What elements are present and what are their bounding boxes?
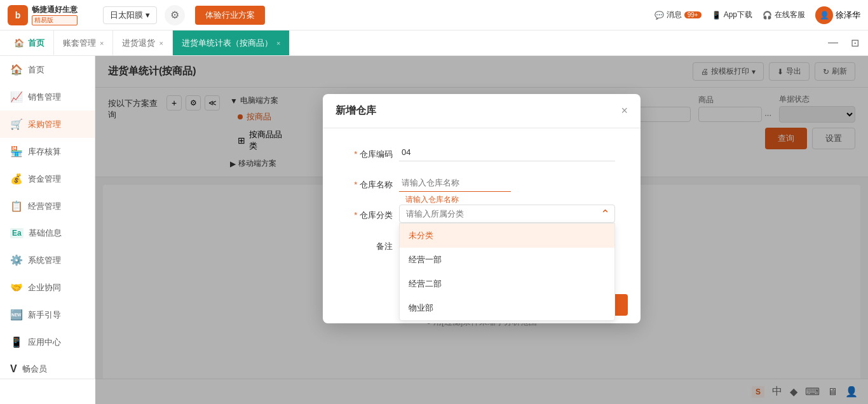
sidebar-item-home[interactable]: 🏠 首页 xyxy=(0,56,95,83)
code-field-row: 仓库编码 xyxy=(348,144,615,161)
name-error-message: 请输入仓库名称 xyxy=(405,194,459,205)
code-input[interactable] xyxy=(399,144,615,161)
dialog-close-button[interactable]: × xyxy=(621,104,628,118)
category-select-wrapper: ⌃ 未分类 经营一部 经营二部 物业部 xyxy=(399,205,615,223)
dialog-title: 新增仓库 xyxy=(336,104,376,118)
tab-purchase-return[interactable]: 进货退货 × xyxy=(113,30,172,55)
chevron-down-icon: ▾ xyxy=(146,10,150,20)
name-label: 仓库名称 xyxy=(348,174,399,191)
sidebar-item-sales[interactable]: 📈 销售管理 xyxy=(0,83,95,111)
logo-area: b 畅捷通好生意 精易版 xyxy=(8,4,103,25)
apps-icon: 📱 xyxy=(10,336,23,348)
online-service-button[interactable]: 🎧 在线客服 xyxy=(763,10,805,20)
sidebar-item-enterprise[interactable]: 🤝 企业协同 xyxy=(0,274,95,301)
dropdown-item-uncategorized[interactable]: 未分类 xyxy=(400,224,614,248)
home-icon: 🏠 xyxy=(14,38,24,48)
chevron-up-icon[interactable]: ⌃ xyxy=(600,207,610,221)
enterprise-icon: 🤝 xyxy=(10,281,23,293)
sidebar-item-inventory[interactable]: 🏪 库存核算 xyxy=(0,138,95,165)
dropdown-item-dept2[interactable]: 经营二部 xyxy=(400,272,614,296)
app-download-button[interactable]: 📱 App下载 xyxy=(712,10,752,20)
tab-purchase-stats[interactable]: 进货单统计表（按商品） × xyxy=(173,30,290,55)
operation-icon: 📋 xyxy=(10,200,23,212)
content-area: 进货单统计(按商品) 🖨 按模板打印 ▾ ⬇ 导出 ↻ 刷新 xyxy=(95,56,868,404)
close-icon[interactable]: × xyxy=(159,39,163,47)
modal-overlay: 新增仓库 × 仓库编码 仓库名称 请输入仓库名 xyxy=(95,56,868,404)
sidebar-item-basic[interactable]: Ea 基础信息 xyxy=(0,220,95,246)
store-name: 日太阳膜 xyxy=(110,10,143,21)
phone-icon: 📱 xyxy=(712,11,721,20)
tab-bar-controls: — ⊡ xyxy=(824,36,863,50)
avatar: 👤 xyxy=(815,6,833,24)
notification-button[interactable]: 💬 消息 99+ xyxy=(654,10,702,20)
sidebar: 🏠 首页 📈 销售管理 🛒 采购管理 🏪 库存核算 💰 资金管理 📋 经营管理 … xyxy=(0,56,95,404)
sidebar-item-finance[interactable]: 💰 资金管理 xyxy=(0,165,95,192)
trial-button[interactable]: 体验行业方案 xyxy=(195,6,265,25)
dropdown-item-dept1[interactable]: 经营一部 xyxy=(400,248,614,272)
name-field-row: 仓库名称 请输入仓库名称 xyxy=(348,174,615,192)
top-actions: ⚙ 体验行业方案 xyxy=(165,5,265,25)
sidebar-item-guide[interactable]: 🆕 新手引导 xyxy=(0,301,95,328)
category-input[interactable] xyxy=(399,205,615,223)
new-warehouse-dialog: 新增仓库 × 仓库编码 仓库名称 请输入仓库名 xyxy=(323,94,641,323)
message-icon: 💬 xyxy=(654,11,664,20)
sales-icon: 📈 xyxy=(10,91,23,103)
logo-icon: b xyxy=(8,5,28,25)
logo-text: 畅捷通好生意 精易版 xyxy=(32,4,78,25)
gear-button[interactable]: ⚙ xyxy=(165,5,185,25)
sidebar-item-apps[interactable]: 📱 应用中心 xyxy=(0,328,95,356)
finance-icon: 💰 xyxy=(10,173,23,185)
inventory-icon: 🏪 xyxy=(10,145,23,158)
dropdown-item-dept3[interactable]: 物业部 xyxy=(400,296,614,320)
name-input[interactable] xyxy=(399,174,511,192)
category-dropdown: 未分类 经营一部 经营二部 物业部 xyxy=(399,223,615,321)
close-icon[interactable]: × xyxy=(276,39,280,47)
category-label: 仓库分类 xyxy=(348,205,399,221)
user-menu[interactable]: 👤 徐泽华 xyxy=(815,6,860,24)
guide-icon: 🆕 xyxy=(10,309,23,321)
main-layout: 🏠 首页 📈 销售管理 🛒 采购管理 🏪 库存核算 💰 资金管理 📋 经营管理 … xyxy=(0,56,868,404)
category-field-row: 仓库分类 ⌃ 未分类 经营一部 经营二部 物业部 xyxy=(348,205,615,223)
system-icon: ⚙️ xyxy=(10,254,23,266)
top-right: 💬 消息 99+ 📱 App下载 🎧 在线客服 👤 徐泽华 xyxy=(654,6,860,24)
basic-icon: Ea xyxy=(10,228,24,238)
expand-tab-icon[interactable]: ⊡ xyxy=(847,36,863,50)
tab-home[interactable]: 🏠 首页 xyxy=(5,30,54,55)
headset-icon: 🎧 xyxy=(763,11,772,20)
store-selector[interactable]: 日太阳膜 ▾ xyxy=(103,6,157,24)
top-bar: b 畅捷通好生意 精易版 日太阳膜 ▾ ⚙ 体验行业方案 💬 消息 99+ 📱 … xyxy=(0,0,868,30)
minimize-tab-icon[interactable]: — xyxy=(824,36,842,50)
tab-bar: 🏠 首页 账套管理 × 进货退货 × 进货单统计表（按商品） × — ⊡ xyxy=(0,30,868,56)
tab-accounts[interactable]: 账套管理 × xyxy=(54,30,113,55)
dialog-header: 新增仓库 × xyxy=(323,94,641,128)
sidebar-item-operation[interactable]: 📋 经营管理 xyxy=(0,192,95,220)
home-icon: 🏠 xyxy=(10,64,23,76)
close-icon[interactable]: × xyxy=(100,39,104,47)
sidebar-item-system[interactable]: ⚙️ 系统管理 xyxy=(0,246,95,274)
username: 徐泽华 xyxy=(836,10,860,21)
purchase-icon: 🛒 xyxy=(10,118,23,130)
code-label: 仓库编码 xyxy=(348,144,399,160)
notification-badge: 99+ xyxy=(684,11,702,18)
note-label: 备注 xyxy=(348,236,399,252)
sidebar-item-purchase[interactable]: 🛒 采购管理 xyxy=(0,111,95,138)
dialog-body: 仓库编码 仓库名称 请输入仓库名称 仓库分类 xyxy=(323,128,641,286)
vip-icon: V xyxy=(10,363,17,375)
